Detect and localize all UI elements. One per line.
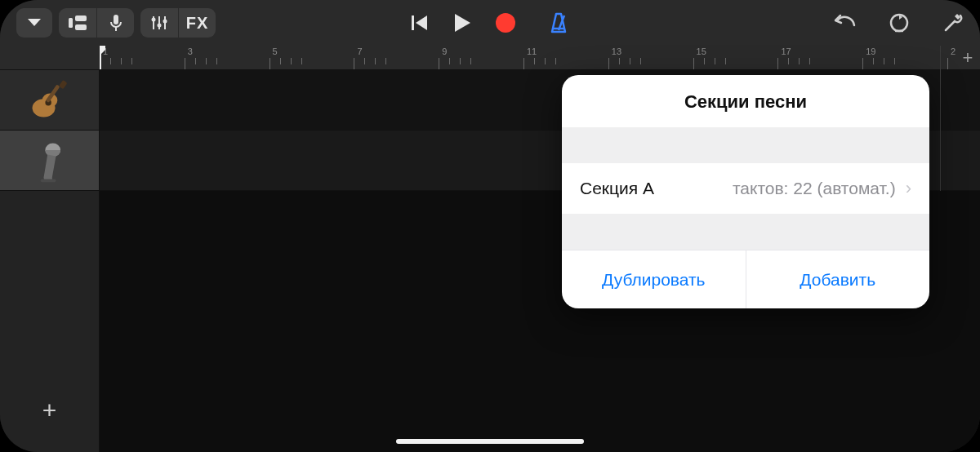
tracks-view-icon[interactable] <box>59 8 96 38</box>
rewind-icon[interactable] <box>411 14 429 32</box>
play-icon[interactable] <box>453 13 471 33</box>
ruler-bar: 15 <box>693 47 726 69</box>
add-section-button[interactable]: + <box>956 46 980 69</box>
ruler-bar-number: 21 <box>951 47 956 56</box>
popover-title: Секции песни <box>562 75 929 127</box>
ruler-bar: 9 <box>439 47 471 69</box>
svg-rect-22 <box>40 179 56 182</box>
record-icon[interactable] <box>496 13 515 33</box>
sliders-icon[interactable] <box>140 8 178 38</box>
ruler-bar-number: 7 <box>357 47 362 56</box>
playhead-line <box>100 54 101 69</box>
svg-rect-3 <box>114 15 118 24</box>
ruler-bar: 3 <box>185 47 217 69</box>
ruler-bar-number: 3 <box>188 47 193 56</box>
section-detail: тактов: 22 (автомат.) <box>733 179 896 198</box>
section-row[interactable]: Секция A тактов: 22 (автомат.) › <box>562 163 929 214</box>
add-track-button[interactable]: + <box>0 191 100 452</box>
popover-spacer-bottom <box>562 214 929 250</box>
song-sections-popover: Секции песни Секция A тактов: 22 (автома… <box>562 75 929 308</box>
duplicate-button[interactable]: Дублировать <box>562 250 746 308</box>
track-header[interactable] <box>0 131 100 190</box>
microphone-icon <box>27 138 73 184</box>
ruler-gutter <box>0 46 100 69</box>
app-window: FX <box>0 0 980 452</box>
ruler-bar-number: 9 <box>442 47 447 56</box>
ruler-ticks <box>862 58 895 69</box>
ruler-bar: 19 <box>862 47 895 69</box>
ruler-bar: 11 <box>523 47 556 69</box>
ruler-ticks <box>185 58 217 69</box>
section-end-divider <box>940 46 941 191</box>
svg-rect-20 <box>58 79 67 88</box>
ruler-ticks <box>523 58 556 69</box>
popover-actions: Дублировать Добавить <box>562 250 929 308</box>
ruler-ticks <box>608 58 641 69</box>
timeline-ruler[interactable]: 13579111315171921 <box>100 46 956 69</box>
ruler-bar: 5 <box>270 47 302 69</box>
chevron-down-icon <box>27 18 42 28</box>
ruler-bar-number: 19 <box>866 47 875 56</box>
fx-button[interactable]: FX <box>178 8 216 38</box>
track-header[interactable] <box>0 70 100 130</box>
toolbar: FX <box>0 0 980 46</box>
toolbar-left: FX <box>16 8 216 38</box>
playhead[interactable] <box>100 46 106 55</box>
svg-rect-0 <box>69 18 73 28</box>
ruler-bar-number: 13 <box>612 47 621 56</box>
ruler-bar-number: 17 <box>781 47 791 56</box>
ruler-ticks <box>439 58 471 69</box>
ruler-ticks <box>947 58 956 69</box>
popover-spacer-top <box>562 127 929 163</box>
controls-fx-toggle[interactable]: FX <box>140 8 216 38</box>
metronome-icon[interactable] <box>548 12 569 33</box>
undo-icon[interactable] <box>833 14 856 32</box>
section-detail-wrap: тактов: 22 (автомат.) › <box>733 178 911 199</box>
ruler-ticks <box>777 58 810 69</box>
timeline-ruler-row: 13579111315171921 + <box>0 46 980 70</box>
svg-point-6 <box>152 18 156 22</box>
ruler-ticks <box>354 58 386 69</box>
section-name: Секция A <box>580 179 654 198</box>
svg-rect-11 <box>412 16 414 30</box>
settings-wrench-icon[interactable] <box>942 12 964 33</box>
svg-point-10 <box>163 20 167 24</box>
ruler-ticks <box>693 58 726 69</box>
ruler-ticks <box>100 58 132 69</box>
svg-rect-1 <box>75 16 87 21</box>
add-button[interactable]: Добавить <box>746 250 930 308</box>
svg-rect-2 <box>75 24 87 30</box>
svg-point-8 <box>158 24 162 28</box>
ruler-bar-number: 15 <box>697 47 706 56</box>
ruler-bar-number: 11 <box>527 47 537 56</box>
ruler-bar-number: 5 <box>273 47 278 56</box>
home-indicator <box>396 439 584 444</box>
microphone-input-icon[interactable] <box>96 8 134 38</box>
acoustic-guitar-icon <box>27 78 73 123</box>
ruler-bar: 13 <box>608 47 641 69</box>
chevron-right-icon: › <box>906 178 911 199</box>
ruler-bar: 21 <box>947 47 956 69</box>
popover-arrow <box>874 75 892 77</box>
loop-icon[interactable] <box>889 12 910 33</box>
ruler-bar: 7 <box>354 47 386 69</box>
ruler-ticks <box>270 58 302 69</box>
track-view-toggle[interactable] <box>59 8 134 38</box>
toolbar-right <box>833 12 964 33</box>
view-menu-button[interactable] <box>16 8 52 38</box>
ruler-bar: 17 <box>777 47 810 69</box>
transport-controls <box>411 12 569 33</box>
